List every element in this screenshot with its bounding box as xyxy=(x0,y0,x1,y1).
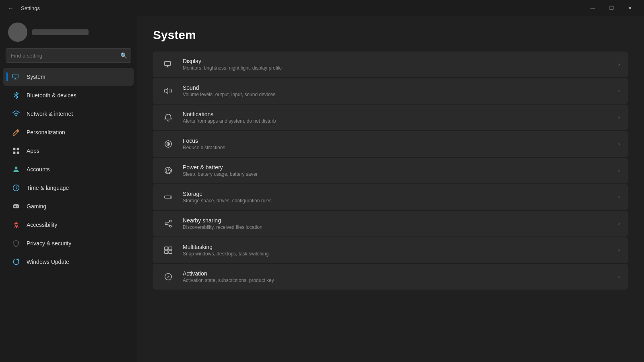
sidebar-label-system: System xyxy=(27,74,45,80)
multitasking-text: Multitasking Snap windows, desktops, tas… xyxy=(183,244,611,257)
settings-item-nearby[interactable]: Nearby sharing Discoverability, received… xyxy=(153,211,628,237)
focus-title: Focus xyxy=(183,138,611,144)
settings-item-power[interactable]: Power & battery Sleep, battery usage, ba… xyxy=(153,158,628,183)
page-title: System xyxy=(153,28,628,42)
svg-point-9 xyxy=(15,222,17,223)
sidebar-label-gaming: Gaming xyxy=(27,203,46,210)
user-profile xyxy=(0,16,137,48)
personalization-icon xyxy=(11,128,21,137)
nearby-chevron: › xyxy=(618,221,620,226)
svg-rect-21 xyxy=(169,247,172,250)
accounts-icon xyxy=(11,165,21,174)
storage-text: Storage Storage space, drives, configura… xyxy=(183,191,611,204)
svg-rect-5 xyxy=(13,152,16,154)
sidebar-item-system[interactable]: System xyxy=(3,68,134,86)
sidebar-label-accessibility: Accessibility xyxy=(27,222,57,228)
minimize-button[interactable]: — xyxy=(584,2,602,14)
titlebar-controls: — ❐ ✕ xyxy=(584,2,639,14)
close-button[interactable]: ✕ xyxy=(621,2,639,14)
focus-chevron: › xyxy=(618,141,620,147)
multitasking-title: Multitasking xyxy=(183,244,611,250)
storage-desc: Storage space, drives, configuration rul… xyxy=(183,198,611,204)
svg-rect-0 xyxy=(13,74,18,78)
settings-item-display[interactable]: Display Monitors, brightness, night ligh… xyxy=(153,51,628,77)
notifications-desc: Alerts from apps and system, do not dist… xyxy=(183,118,611,124)
user-name-placeholder xyxy=(32,29,89,35)
sidebar-label-time: Time & language xyxy=(27,185,69,191)
sidebar-label-apps: Apps xyxy=(27,148,39,154)
svg-point-7 xyxy=(15,167,18,169)
settings-item-multitasking[interactable]: Multitasking Snap windows, desktops, tas… xyxy=(153,237,628,263)
back-button[interactable]: ← xyxy=(5,2,17,14)
sidebar-item-accessibility[interactable]: Accessibility xyxy=(3,216,134,234)
sidebar-label-accounts: Accounts xyxy=(27,166,50,173)
sidebar-item-gaming[interactable]: Gaming xyxy=(3,197,134,215)
sidebar-item-update[interactable]: Windows Update xyxy=(3,253,134,271)
sidebar-item-accounts[interactable]: Accounts xyxy=(3,160,134,178)
storage-icon xyxy=(161,190,175,204)
svg-rect-23 xyxy=(169,251,172,253)
settings-item-notifications[interactable]: Notifications Alerts from apps and syste… xyxy=(153,105,628,130)
activation-icon xyxy=(161,269,175,284)
restore-button[interactable]: ❐ xyxy=(602,2,621,14)
sidebar-label-privacy: Privacy & security xyxy=(27,240,71,247)
notifications-icon xyxy=(161,110,175,125)
titlebar-title: Settings xyxy=(21,5,40,11)
display-desc: Monitors, brightness, night light, displ… xyxy=(183,65,611,71)
sidebar-item-privacy[interactable]: Privacy & security xyxy=(3,234,134,252)
sidebar-item-apps[interactable]: Apps xyxy=(3,142,134,160)
sidebar-label-personalization: Personalization xyxy=(27,129,65,136)
sound-desc: Volume levels, output, input, sound devi… xyxy=(183,92,611,97)
power-chevron: › xyxy=(618,168,620,173)
svg-point-19 xyxy=(169,225,171,227)
sidebar: 🔍 System Bluetooth & devices Network & i… xyxy=(0,16,137,362)
settings-item-sound[interactable]: Sound Volume levels, output, input, soun… xyxy=(153,78,628,104)
settings-item-activation[interactable]: Activation Activation state, subscriptio… xyxy=(153,264,628,290)
privacy-icon xyxy=(11,239,21,248)
nearby-icon xyxy=(161,216,175,231)
focus-text: Focus Reduce distractions xyxy=(183,138,611,150)
titlebar: ← Settings — ❐ ✕ xyxy=(0,0,644,16)
sidebar-label-update: Windows Update xyxy=(27,259,69,265)
settings-item-storage[interactable]: Storage Storage space, drives, configura… xyxy=(153,184,628,210)
search-box: 🔍 xyxy=(6,48,131,63)
power-desc: Sleep, battery usage, battery saver xyxy=(183,171,611,177)
svg-point-16 xyxy=(171,197,171,197)
settings-item-focus[interactable]: Focus Reduce distractions › xyxy=(153,131,628,157)
focus-desc: Reduce distractions xyxy=(183,145,611,150)
main-content: System Display Monitors, brightness, nig… xyxy=(137,16,644,362)
multitasking-icon xyxy=(161,243,175,257)
time-icon xyxy=(11,183,21,193)
multitasking-chevron: › xyxy=(618,247,620,253)
storage-title: Storage xyxy=(183,191,611,197)
power-title: Power & battery xyxy=(183,164,611,171)
app-body: 🔍 System Bluetooth & devices Network & i… xyxy=(0,16,644,362)
svg-rect-1 xyxy=(15,78,16,79)
multitasking-desc: Snap windows, desktops, task switching xyxy=(183,251,611,257)
sound-icon xyxy=(161,84,175,98)
nearby-title: Nearby sharing xyxy=(183,217,611,224)
sidebar-item-time[interactable]: Time & language xyxy=(3,179,134,197)
sound-chevron: › xyxy=(618,88,620,94)
svg-rect-22 xyxy=(165,251,168,253)
search-input[interactable] xyxy=(6,48,131,63)
sidebar-item-network[interactable]: Network & internet xyxy=(3,105,134,123)
display-text: Display Monitors, brightness, night ligh… xyxy=(183,58,611,71)
sidebar-item-bluetooth[interactable]: Bluetooth & devices xyxy=(3,86,134,104)
svg-point-13 xyxy=(168,144,169,145)
power-icon xyxy=(161,163,175,178)
notifications-text: Notifications Alerts from apps and syste… xyxy=(183,111,611,124)
nearby-text: Nearby sharing Discoverability, received… xyxy=(183,217,611,230)
settings-list: Display Monitors, brightness, night ligh… xyxy=(153,51,628,290)
svg-rect-6 xyxy=(17,152,19,154)
activation-title: Activation xyxy=(183,270,611,277)
sidebar-label-network: Network & internet xyxy=(27,111,73,117)
svg-rect-10 xyxy=(165,62,171,66)
sidebar-label-bluetooth: Bluetooth & devices xyxy=(27,92,76,99)
focus-icon xyxy=(161,137,175,151)
display-chevron: › xyxy=(618,62,620,67)
activation-desc: Activation state, subscriptions, product… xyxy=(183,278,611,283)
sidebar-item-personalization[interactable]: Personalization xyxy=(3,123,134,141)
notifications-chevron: › xyxy=(618,115,620,120)
svg-rect-2 xyxy=(14,79,17,79)
